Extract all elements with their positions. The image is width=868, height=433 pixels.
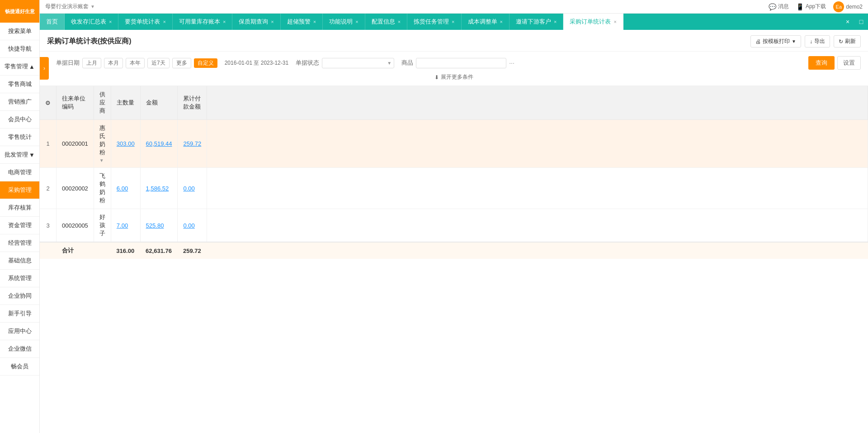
page-header: 采购订单统计表(按供应商) 🖨 按模板打印 ▼ ↓ 导出 ↻ 刷新 [40, 30, 868, 52]
app-logo: 畅捷通好生意 [0, 0, 40, 23]
message-btn[interactable]: 💬 消息 [769, 3, 789, 10]
topbar-left: 母婴行业演示账套 ▼ [45, 3, 95, 10]
user-profile[interactable]: Ea demo2 [833, 1, 863, 12]
tab-home[interactable]: 首页 [40, 14, 65, 30]
refresh-button[interactable]: ↻ 刷新 [834, 35, 861, 48]
date-btn-this-year[interactable]: 本年 [126, 58, 145, 68]
tab-baoyouqi-close[interactable]: × [271, 19, 274, 24]
message-icon: 💬 [769, 3, 776, 10]
tab-peizhi[interactable]: 配置信息 × [365, 14, 407, 30]
date-btn-last-month[interactable]: 上月 [82, 58, 101, 68]
sidebar-item-system[interactable]: 系统管理 [0, 270, 40, 287]
sidebar-item-basic-info[interactable]: 基础信息 [0, 252, 40, 270]
topbar: 母婴行业演示账套 ▼ 💬 消息 📱 App下载 Ea demo2 [40, 0, 868, 14]
tab-shoufahuizong-close[interactable]: × [109, 19, 112, 24]
footer-empty1 [40, 242, 57, 259]
tab-yaohuodanjitongji-close[interactable]: × [163, 19, 165, 24]
sidebar-item-retail-shop[interactable]: 零售商城 [0, 76, 40, 93]
tab-shoufahuizong[interactable]: 收发存汇总表 × [65, 14, 118, 30]
search-button[interactable]: 查询 [808, 56, 835, 70]
tab-zhihuo[interactable]: 拣货任务管理 × [407, 14, 461, 30]
settings-button[interactable]: 设置 [837, 56, 861, 70]
filter-area: › 单据日期 上月 本月 本年 近7天 更多 自定义 2016-01-01 至 … [40, 52, 868, 86]
tab-peizhi-close[interactable]: × [398, 19, 401, 24]
tab-baoyouqi[interactable]: 保质期查询 × [232, 14, 280, 30]
row3-amount: 525.80 [140, 209, 178, 243]
col-paid: 累计付款金额 [178, 86, 207, 120]
gear-icon[interactable]: ⚙ [45, 100, 51, 106]
export-button[interactable]: ↓ 导出 [805, 35, 830, 48]
app-logo-text: 畅捷通好生意 [5, 8, 35, 14]
sidebar-item-enterprise-wechat[interactable]: 企业微信 [0, 340, 40, 358]
page-title: 采购订单统计表(按供应商) [47, 37, 132, 46]
tab-gongneng-close[interactable]: × [355, 19, 358, 24]
tab-caigou-label: 采购订单统计表 [570, 18, 611, 26]
row3-qty: 7.00 [111, 209, 140, 243]
date-btn-this-month[interactable]: 本月 [104, 58, 123, 68]
sidebar-item-member[interactable]: 畅会员 [0, 358, 40, 376]
sidebar-item-member-center[interactable]: 会员中心 [0, 111, 40, 128]
filter-collapse-btn[interactable]: › [40, 57, 49, 80]
date-btn-custom[interactable]: 自定义 [194, 58, 217, 68]
tab-chaochu-label: 超储预警 [287, 18, 311, 26]
sidebar-item-new-guide[interactable]: 新手引导 [0, 305, 40, 323]
sidebar-item-operations[interactable]: 经营管理 [0, 234, 40, 252]
table-row[interactable]: 2 00020002 飞鹤奶粉 6.00 1,586.52 0.00 [40, 168, 868, 209]
tab-keyongliang-label: 可用量库存账本 [179, 18, 220, 26]
footer-amount: 62,631.76 [140, 242, 178, 259]
tab-baoyouqi-label: 保质期查询 [239, 18, 268, 26]
sidebar-item-app-center[interactable]: 应用中心 [0, 323, 40, 340]
tab-yaoqing[interactable]: 邀请下游客户 × [509, 14, 563, 30]
sidebar-item-search[interactable]: 搜索菜单 [0, 23, 40, 40]
print-button[interactable]: 🖨 按模板打印 ▼ [750, 35, 801, 48]
tab-yaohuodanjitongji[interactable]: 要货单统计表 × [118, 14, 172, 30]
nav-right-btns: × □ [841, 14, 868, 30]
tab-caigou-close[interactable]: × [613, 19, 616, 24]
app-download-icon: 📱 [796, 3, 804, 10]
tab-maximize-btn[interactable]: □ [854, 14, 868, 30]
row2-seq: 2 [40, 168, 57, 209]
sidebar-item-retail-mgmt[interactable]: 零售管理 ▲ [0, 58, 40, 76]
sidebar-item-batch-mgmt[interactable]: 批发管理 ▼ [0, 146, 40, 164]
expand-row-icon[interactable]: ▼ [99, 158, 104, 163]
sidebar-item-ecommerce[interactable]: 电商管理 [0, 164, 40, 181]
date-btn-7days[interactable]: 近7天 [147, 58, 170, 68]
tab-keyongliang-close[interactable]: × [223, 19, 226, 24]
tab-close-all-btn[interactable]: × [841, 14, 854, 30]
status-select-wrapper: ▼ [322, 58, 394, 68]
tab-chaochu[interactable]: 超储预警 × [281, 14, 323, 30]
row1-unit-code: 00020001 [57, 120, 94, 168]
sidebar-item-purchase-mgmt[interactable]: 采购管理 [0, 181, 40, 199]
app-download-btn[interactable]: 📱 App下载 [796, 3, 826, 10]
table-row[interactable]: 1 00020001 惠氏奶粉 ▼ 303.00 60,519.44 259.7… [40, 120, 868, 168]
sidebar-item-enterprise-coop[interactable]: 企业协同 [0, 287, 40, 305]
sidebar-item-finance[interactable]: 资金管理 [0, 217, 40, 234]
tab-yaoqing-label: 邀请下游客户 [516, 18, 551, 26]
row3-paid: 0.00 [178, 209, 207, 243]
tab-chengben[interactable]: 成本调整单 × [462, 14, 509, 30]
status-select[interactable] [322, 58, 394, 68]
expand-more-btn[interactable]: ⬇ 展开更多条件 [47, 73, 861, 81]
row2-supplier: 飞鹤奶粉 [94, 168, 111, 209]
table-row[interactable]: 3 00020005 好孩子 7.00 525.80 0.00 [40, 209, 868, 243]
company-selector[interactable]: 母婴行业演示账套 ▼ [45, 3, 95, 10]
nav-tabs: 首页 收发存汇总表 × 要货单统计表 × 可用量库存账本 × 保质期查询 × 超… [40, 14, 868, 30]
tab-caigou-active[interactable]: 采购订单统计表 × [563, 14, 623, 30]
sidebar-item-inventory[interactable]: 库存核算 [0, 199, 40, 217]
tab-chaochu-close[interactable]: × [313, 19, 316, 24]
tab-gongneng-label: 功能说明 [329, 18, 353, 26]
tab-keyongliang[interactable]: 可用量库存账本 × [173, 14, 232, 30]
filter-row: 单据日期 上月 本月 本年 近7天 更多 自定义 2016-01-01 至 20… [56, 56, 861, 70]
sidebar-item-quick-nav[interactable]: 快捷导航 [0, 40, 40, 58]
sidebar-item-retail-stats[interactable]: 零售统计 [0, 128, 40, 146]
tab-gongneng[interactable]: 功能说明 × [323, 14, 365, 30]
goods-more-icon[interactable]: ··· [509, 59, 514, 67]
tab-yaoqing-close[interactable]: × [554, 19, 557, 24]
goods-input[interactable] [416, 58, 506, 68]
sidebar-item-marketing[interactable]: 营销推广 [0, 93, 40, 111]
chevron-down-icon: ▲ [29, 63, 35, 70]
date-btn-more[interactable]: 更多 [172, 58, 191, 68]
tab-zhihuo-close[interactable]: × [452, 19, 454, 24]
sidebar: 畅捷通好生意 搜索菜单 快捷导航 零售管理 ▲ 零售商城 营销推广 会员中心 零… [0, 0, 40, 433]
tab-chengben-close[interactable]: × [500, 19, 503, 24]
